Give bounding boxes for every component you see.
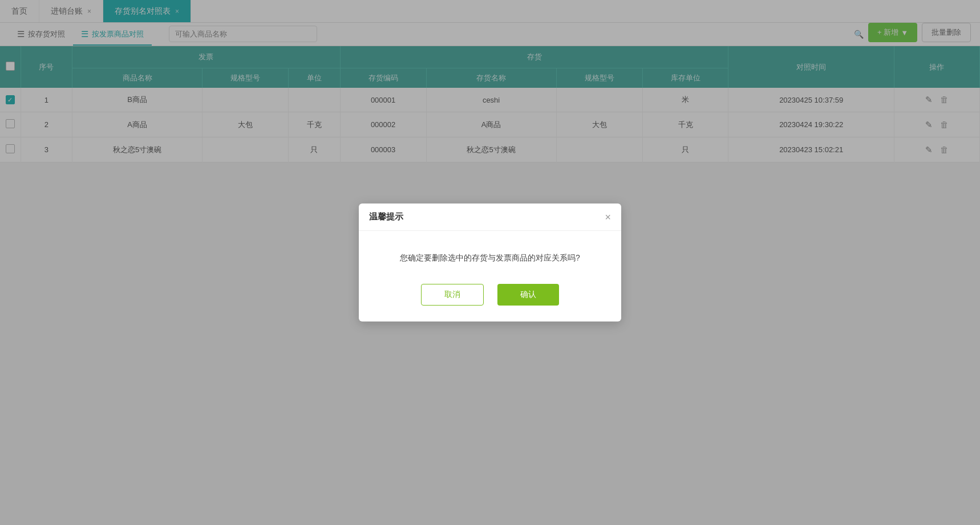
dialog-overlay: 温馨提示 × 您确定要删除选中的存货与发票商品的对应关系吗? 取消 确认 — [0, 0, 980, 162]
